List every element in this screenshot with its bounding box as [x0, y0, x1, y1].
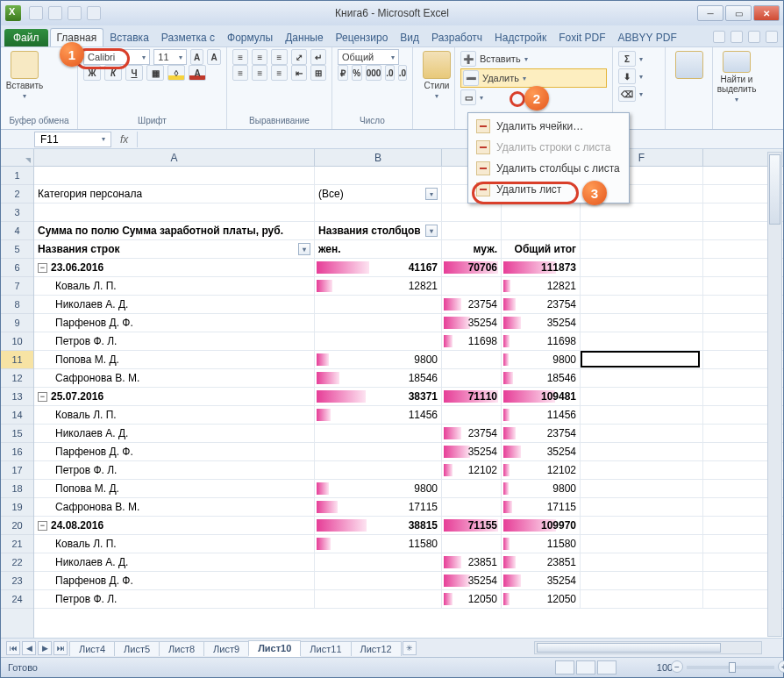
cell[interactable]: 23851 — [442, 553, 502, 571]
chevron-down-icon[interactable]: ▾ — [23, 92, 26, 100]
cell[interactable]: 9800 — [315, 480, 442, 497]
tab-developer[interactable]: Разработч — [425, 29, 488, 46]
collapse-icon[interactable]: − — [38, 521, 47, 531]
cell[interactable] — [315, 572, 442, 589]
wrap-text-button[interactable]: ↵ — [310, 49, 326, 65]
cell[interactable]: −25.07.2016 — [34, 388, 315, 405]
cell[interactable]: Сафронова В. М. — [34, 498, 315, 516]
tab-view[interactable]: Вид — [394, 29, 425, 46]
row-header[interactable]: 20 — [1, 517, 33, 535]
cell[interactable]: Николаев А. Д. — [34, 425, 315, 442]
row-header[interactable]: 5 — [1, 240, 33, 259]
cell[interactable]: 38371 — [315, 388, 442, 405]
cell[interactable] — [581, 590, 703, 608]
zoom-out-button[interactable]: − — [671, 660, 683, 673]
minimize-button[interactable]: ─ — [697, 5, 723, 21]
cell[interactable]: Сафронова В. М. — [34, 369, 315, 387]
cell[interactable] — [581, 240, 703, 258]
cell[interactable]: 35254 — [442, 314, 502, 332]
merge-button[interactable]: ⊞ — [310, 65, 326, 81]
align-bottom-button[interactable]: ≡ — [271, 49, 287, 65]
row-header[interactable]: 23 — [1, 572, 33, 590]
decrease-indent-button[interactable]: ⇤ — [291, 65, 307, 81]
cell[interactable]: −23.06.2016 — [34, 259, 315, 276]
cell[interactable]: 12102 — [442, 461, 502, 479]
font-color-button[interactable]: A — [189, 65, 206, 81]
cell[interactable] — [442, 351, 502, 368]
paste-button[interactable]: Вставить ▾ — [6, 49, 43, 103]
cell[interactable] — [442, 406, 502, 424]
cell[interactable] — [581, 314, 703, 332]
pivot-page-field[interactable]: Категория персонала — [34, 185, 315, 203]
cell[interactable]: 23754 — [502, 425, 581, 442]
sheet-nav-prev-icon[interactable]: ◀ — [22, 641, 36, 655]
cell[interactable]: 11456 — [502, 406, 581, 424]
increase-decimal-button[interactable]: .0 — [385, 65, 394, 81]
cell[interactable]: 35254 — [502, 572, 581, 589]
column-header[interactable]: B — [315, 149, 442, 166]
help-icon[interactable] — [731, 31, 743, 43]
cell[interactable]: 35254 — [502, 314, 581, 332]
pivot-col-label[interactable]: Названия столбцов▾ — [315, 222, 442, 239]
zoom-slider[interactable]: − + — [687, 666, 774, 669]
cell[interactable]: 23754 — [442, 296, 502, 313]
cell[interactable] — [315, 296, 442, 313]
minimize-ribbon-icon[interactable] — [713, 31, 725, 43]
cell[interactable]: 11456 — [315, 406, 442, 424]
collapse-icon[interactable]: − — [38, 263, 47, 273]
cell[interactable]: Петров Ф. Л. — [34, 461, 315, 479]
comma-button[interactable]: 000 — [366, 65, 382, 81]
cell[interactable] — [581, 425, 703, 442]
clear-button[interactable]: ⌫ — [618, 86, 636, 102]
qat-redo-icon[interactable] — [68, 6, 82, 20]
cell[interactable] — [581, 277, 703, 295]
cell[interactable]: 23754 — [442, 425, 502, 442]
column-header[interactable]: A — [34, 149, 315, 166]
cell[interactable]: −24.08.2016 — [34, 517, 315, 534]
cell[interactable] — [315, 461, 442, 479]
cell[interactable]: 11698 — [442, 332, 502, 350]
sheet-tab[interactable]: Лист4 — [69, 641, 115, 656]
cell[interactable] — [581, 498, 703, 516]
decrease-decimal-button[interactable]: .0 — [398, 65, 407, 81]
pivot-page-value[interactable]: (Все)▾ — [315, 185, 442, 203]
tab-page-layout[interactable]: Разметка с — [155, 29, 221, 46]
tab-data[interactable]: Данные — [279, 29, 329, 46]
sheet-tab[interactable]: Лист5 — [114, 641, 160, 656]
zoom-in-button[interactable]: + — [778, 660, 784, 673]
cell[interactable] — [442, 277, 502, 295]
chevron-down-icon[interactable]: ▾ — [523, 75, 526, 82]
cell[interactable]: 9800 — [315, 351, 442, 368]
window-restore-icon[interactable] — [748, 31, 760, 43]
cell[interactable] — [581, 369, 703, 387]
tab-file[interactable]: Файл — [4, 29, 48, 46]
cell[interactable] — [581, 461, 703, 479]
sheet-tab[interactable]: Лист9 — [203, 641, 249, 656]
cell[interactable] — [502, 203, 581, 221]
row-header[interactable]: 1 — [1, 167, 33, 185]
cell[interactable] — [315, 332, 442, 350]
percent-button[interactable]: % — [352, 65, 362, 81]
styles-button[interactable]: Стили ▾ — [418, 49, 455, 103]
shrink-font-button[interactable]: A — [207, 49, 221, 65]
filter-icon[interactable]: ▾ — [298, 243, 310, 255]
cells-insert-button[interactable]: ➕ Вставить ▾ — [460, 51, 607, 67]
cell[interactable] — [581, 406, 703, 424]
fx-icon[interactable]: fx — [120, 133, 128, 146]
row-header[interactable]: 12 — [1, 369, 33, 388]
cell[interactable] — [581, 443, 703, 460]
cell[interactable]: 35254 — [442, 443, 502, 460]
cell[interactable]: 35254 — [502, 443, 581, 460]
row-header[interactable]: 6 — [1, 259, 33, 277]
workbook-close-icon[interactable] — [766, 31, 778, 43]
row-header[interactable]: 11 — [1, 351, 33, 369]
cell[interactable] — [315, 167, 442, 184]
formula-input[interactable] — [137, 132, 783, 147]
chevron-down-icon[interactable]: ▾ — [524, 55, 528, 63]
orientation-button[interactable]: ⤢ — [291, 49, 307, 65]
cell[interactable] — [442, 203, 502, 221]
cell[interactable]: 12050 — [442, 590, 502, 608]
row-header[interactable]: 10 — [1, 332, 33, 351]
cell[interactable] — [34, 167, 315, 184]
cell[interactable]: Николаев А. Д. — [34, 553, 315, 571]
